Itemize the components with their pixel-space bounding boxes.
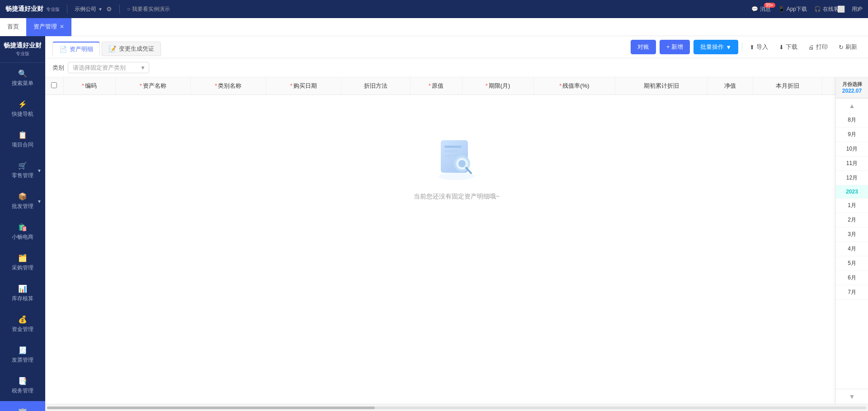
demo-icon: ○ <box>127 6 130 12</box>
close-button[interactable]: ✕ <box>850 0 868 18</box>
tab-home[interactable]: 首页 <box>0 18 26 36</box>
month-item-4[interactable]: 4月 <box>836 242 868 256</box>
month-item-12[interactable]: 12月 <box>836 171 868 185</box>
assets-table: 编码 资产名称 类别名称 购买日期 折旧方法 原值 期限(月) 残值率(%) 期… <box>45 77 868 237</box>
sidebar-invoice-label: 发票管理 <box>12 356 33 364</box>
download-icon: ⬇ <box>779 44 784 51</box>
sidebar-item-wholesale[interactable]: 📦 批发管理 ▼ <box>0 186 45 217</box>
svg-rect-5 <box>444 155 460 157</box>
close-tab-icon[interactable]: ✕ <box>60 24 64 30</box>
assets-icon: 🏢 <box>18 407 27 411</box>
message-icon: 💬 <box>751 6 758 12</box>
settings-icon[interactable]: ⚙ <box>106 5 112 13</box>
tab-home-label: 首页 <box>7 23 19 31</box>
sub-tab-asset-detail[interactable]: 📄 资产明细 <box>52 42 100 57</box>
sidebar-finance-label: 资金管理 <box>12 326 33 333</box>
content-area: 📄 资产明细 📝 变更生成凭证 对账 + 新增 批量操作 ▼ ⬆ 导入 <box>45 36 868 411</box>
main-layout: 畅捷通好业财 专业版 🔍 搜索菜单 ⚡ 快捷导航 📋 项目合同 🛒 零售管理 ▼… <box>0 36 868 411</box>
reconcile-button[interactable]: 对账 <box>631 40 656 54</box>
sidebar-item-search[interactable]: 🔍 搜索菜单 <box>0 63 45 94</box>
select-all-checkbox[interactable] <box>51 82 57 88</box>
company-name: 示例公司 <box>75 5 96 13</box>
month-item-7-2023[interactable]: 7月 <box>836 285 868 300</box>
company-dropdown-arrow: ▼ <box>98 7 103 12</box>
sidebar-item-quicknav[interactable]: ⚡ 快捷导航 <box>0 94 45 124</box>
app-download-button[interactable]: 📱 App下载 <box>778 5 807 13</box>
month-item-9[interactable]: 9月 <box>836 128 868 142</box>
import-icon: ⬆ <box>750 44 755 51</box>
th-residual-rate: 残值率(%) <box>533 77 615 95</box>
month-item-5[interactable]: 5月 <box>836 256 868 271</box>
maximize-button[interactable]: ⬜ <box>832 0 850 18</box>
print-action[interactable]: 🖨 打印 <box>805 41 831 53</box>
sidebar-item-purchase[interactable]: 🗂️ 采购管理 <box>0 247 45 278</box>
month-item-8[interactable]: 8月 <box>836 113 868 128</box>
month-item-2[interactable]: 2月 <box>836 213 868 227</box>
scroll-track <box>47 406 866 409</box>
change-voucher-icon: 📝 <box>108 45 116 52</box>
month-panel-header: 月份选择 2022.07 <box>836 77 868 98</box>
th-period: 期限(月) <box>462 77 533 95</box>
sub-tab-change-voucher[interactable]: 📝 变更生成凭证 <box>102 42 161 56</box>
brand-logo: 畅捷通好业财 专业版 <box>5 5 60 13</box>
sidebar-item-finance[interactable]: 💰 资金管理 <box>0 309 45 340</box>
wholesale-icon: 📦 <box>18 192 27 201</box>
sidebar-wholesale-label: 批发管理 <box>12 203 33 210</box>
filter-bar: 类别 请选择固定资产类别 ▼ <box>45 58 868 77</box>
import-action[interactable]: ⬆ 导入 <box>746 41 772 53</box>
sidebar-tax-label: 税务管理 <box>12 387 33 395</box>
tab-asset-management-label: 资产管理 <box>33 23 57 31</box>
top-bar: 畅捷通好业财 专业版 示例公司 ▼ ⚙ ○ 我要看实例演示 💬 消息 99+ 📱… <box>0 0 868 18</box>
sidebar-item-contracts[interactable]: 📋 项目合同 <box>0 124 45 155</box>
sidebar-item-retail[interactable]: 🛒 零售管理 ▼ <box>0 155 45 186</box>
add-button[interactable]: + 新增 <box>660 40 690 54</box>
svg-point-8 <box>458 160 466 167</box>
month-panel-items: 8月 9月 10月 11月 12月 2023 1月 2月 3月 4月 5月 6月… <box>836 113 868 389</box>
message-button[interactable]: 💬 消息 99+ <box>751 5 771 13</box>
current-period: 2022.07 <box>838 88 866 94</box>
download-label: 下载 <box>786 43 797 51</box>
brand-edition: 专业版 <box>46 6 60 13</box>
month-nav-down[interactable]: ▼ <box>846 392 858 401</box>
category-select[interactable]: 请选择固定资产类别 <box>68 62 149 73</box>
nav-bar: 首页 资产管理 ✕ <box>0 18 868 36</box>
sidebar-item-tax[interactable]: 📑 税务管理 <box>0 370 45 401</box>
month-item-3[interactable]: 3月 <box>836 227 868 242</box>
empty-illustration <box>429 131 484 185</box>
sidebar-search-label: 搜索菜单 <box>12 80 33 87</box>
sidebar-item-ecommerce[interactable]: 🛍️ 小畅电商 <box>0 217 45 247</box>
th-asset-name: 资产名称 <box>115 77 191 95</box>
print-label: 打印 <box>816 43 828 51</box>
scroll-thumb[interactable] <box>47 406 375 409</box>
month-item-10[interactable]: 10月 <box>836 142 868 156</box>
demo-link-label: 我要看实例演示 <box>132 5 170 13</box>
month-item-6[interactable]: 6月 <box>836 271 868 285</box>
sidebar-retail-label: 零售管理 <box>12 172 33 180</box>
app-download-label: App下载 <box>787 5 807 13</box>
refresh-icon: ↻ <box>839 44 844 51</box>
demo-link[interactable]: ○ 我要看实例演示 <box>127 5 170 13</box>
purchase-icon: 🗂️ <box>18 254 27 262</box>
message-badge: 99+ <box>764 3 775 8</box>
month-item-1[interactable]: 1月 <box>836 198 868 213</box>
refresh-action[interactable]: ↻ 刷新 <box>835 41 861 53</box>
empty-state: 当前您还没有固定资产明细哦~ <box>45 95 868 237</box>
contracts-icon: 📋 <box>18 131 27 139</box>
month-panel-nav-bottom: ▼ <box>836 389 868 404</box>
month-nav-up[interactable]: ▲ <box>846 101 858 110</box>
month-item-11[interactable]: 11月 <box>836 156 868 171</box>
asset-detail-icon: 📄 <box>59 46 67 53</box>
svg-rect-3 <box>444 146 462 148</box>
batch-button[interactable]: 批量操作 ▼ <box>693 40 738 54</box>
sidebar-item-invoice[interactable]: 🧾 发票管理 <box>0 340 45 370</box>
company-selector[interactable]: 示例公司 ▼ <box>75 5 103 13</box>
tab-asset-management[interactable]: 资产管理 ✕ <box>26 18 71 36</box>
print-icon: 🖨 <box>808 44 814 51</box>
sub-tabs: 📄 资产明细 📝 变更生成凭证 对账 + 新增 批量操作 ▼ ⬆ 导入 <box>45 36 868 58</box>
sidebar-item-fixed-assets[interactable]: 🏢 固定资产 <box>0 401 45 411</box>
download-action[interactable]: ⬇ 下载 <box>775 41 801 53</box>
sidebar-item-inventory[interactable]: 📊 库存核算 <box>0 278 45 309</box>
th-accumulated-depreciation: 期初累计折旧 <box>615 77 708 95</box>
month-panel-title: 月份选择 <box>838 81 866 88</box>
svg-rect-4 <box>444 150 458 152</box>
